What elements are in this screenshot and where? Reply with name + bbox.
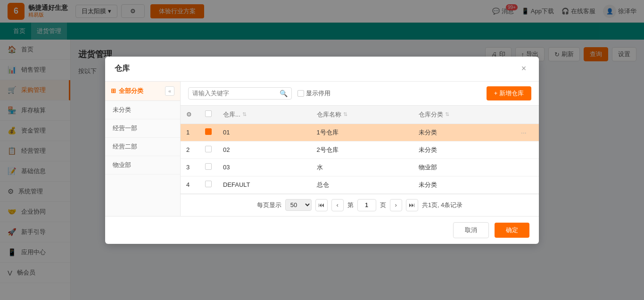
- page-number-input[interactable]: [357, 199, 376, 211]
- cell-code: 02: [217, 141, 311, 158]
- th-warehouse-category: 仓库分类 ⇅: [413, 106, 515, 124]
- sort-icon-category: ⇅: [445, 111, 449, 117]
- cell-checkbox[interactable]: [199, 124, 217, 141]
- dialog-toolbar: 🔍 显示停用 + 新增仓库: [181, 82, 539, 106]
- gear-col-icon: ⚙: [186, 111, 192, 118]
- pagination-area: 每页显示 50 20 100 ⏮ ‹ 第 页 › ⏭ 共1页, 4条记录: [181, 194, 539, 216]
- cell-index: 4: [181, 176, 199, 193]
- table-row[interactable]: 4 DEFAULT 总仓 未分类: [181, 176, 539, 193]
- cell-checkbox[interactable]: [199, 176, 217, 193]
- cell-category: 未分类: [413, 176, 515, 193]
- th-actions: [515, 106, 539, 124]
- dialog-header: 仓库 ×: [105, 57, 539, 82]
- last-page-button[interactable]: ⏭: [406, 199, 418, 211]
- cell-index: 2: [181, 141, 199, 158]
- cell-more[interactable]: ···: [515, 124, 539, 141]
- cell-name: 2号仓库: [311, 141, 413, 158]
- dialog-title: 仓库: [115, 64, 130, 74]
- confirm-button[interactable]: 确定: [495, 223, 529, 238]
- th-gear: ⚙: [181, 106, 199, 124]
- dialog-overlay: 仓库 × ⊞ 全部分类 « 未分类 经营一部: [0, 0, 644, 300]
- warehouse-dialog: 仓库 × ⊞ 全部分类 « 未分类 经营一部: [105, 57, 539, 244]
- th-warehouse-name: 仓库名称 ⇅: [311, 106, 413, 124]
- cell-name: 总仓: [311, 176, 413, 193]
- sort-icon-name: ⇅: [343, 111, 347, 117]
- cell-category: 物业部: [413, 158, 515, 176]
- table-row[interactable]: 3 03 水 物业部: [181, 158, 539, 176]
- cell-checkbox[interactable]: [199, 158, 217, 176]
- collapse-button[interactable]: «: [165, 86, 174, 96]
- dialog-footer: 取消 确定: [105, 216, 539, 244]
- th-checkbox: [199, 106, 217, 124]
- grid-icon: ⊞: [111, 87, 116, 94]
- cell-more[interactable]: [515, 176, 539, 193]
- dialog-close-button[interactable]: ×: [518, 63, 529, 75]
- show-disabled-checkbox[interactable]: [297, 90, 304, 97]
- search-box: 🔍: [188, 87, 292, 100]
- data-table: ⚙ 仓库... ⇅: [181, 106, 539, 194]
- cell-code: 01: [217, 124, 311, 141]
- cell-code: 03: [217, 158, 311, 176]
- page-size-label: 每页显示: [257, 201, 281, 209]
- search-input[interactable]: [192, 90, 277, 97]
- category-item-property[interactable]: 物业部: [105, 156, 180, 175]
- pagination-summary: 共1页, 4条记录: [422, 201, 463, 209]
- cell-checkbox[interactable]: [199, 141, 217, 158]
- cell-category: 未分类: [413, 141, 515, 158]
- select-all-checkbox[interactable]: [205, 110, 212, 117]
- category-header: ⊞ 全部分类 «: [105, 82, 180, 101]
- cell-more[interactable]: [515, 158, 539, 176]
- category-all-label[interactable]: ⊞ 全部分类: [111, 87, 143, 95]
- page-section-label: 第: [347, 201, 354, 209]
- category-item-dept2[interactable]: 经营二部: [105, 138, 180, 156]
- search-icon: 🔍: [280, 90, 288, 97]
- th-warehouse-code: 仓库... ⇅: [217, 106, 311, 124]
- sort-icon-code: ⇅: [242, 111, 247, 117]
- show-disabled-label[interactable]: 显示停用: [297, 89, 330, 98]
- first-page-button[interactable]: ⏮: [315, 199, 328, 211]
- table-row[interactable]: 2 02 2号仓库 未分类: [181, 141, 539, 158]
- page-label: 页: [380, 201, 386, 209]
- page-size-select[interactable]: 50 20 100: [285, 199, 312, 211]
- cell-index: 3: [181, 158, 199, 176]
- category-item-dept1[interactable]: 经营一部: [105, 119, 180, 138]
- cell-category: 未分类: [413, 124, 515, 141]
- category-item-unclassified[interactable]: 未分类: [105, 101, 180, 119]
- table-header-row: ⚙ 仓库... ⇅: [181, 106, 539, 124]
- add-warehouse-button[interactable]: + 新增仓库: [487, 86, 531, 100]
- cell-code: DEFAULT: [217, 176, 311, 193]
- cell-name: 水: [311, 158, 413, 176]
- cell-name: 1号仓库: [311, 124, 413, 141]
- cancel-button[interactable]: 取消: [453, 222, 489, 238]
- prev-page-button[interactable]: ‹: [331, 199, 344, 211]
- cell-more[interactable]: [515, 141, 539, 158]
- next-page-button[interactable]: ›: [390, 199, 402, 211]
- table-row[interactable]: 1 01 1号仓库 未分类 ···: [181, 124, 539, 141]
- dialog-body: ⊞ 全部分类 « 未分类 经营一部 经营二部 物业部: [105, 82, 539, 216]
- category-panel: ⊞ 全部分类 « 未分类 经营一部 经营二部 物业部: [105, 82, 181, 216]
- dialog-right: 🔍 显示停用 + 新增仓库 ⚙: [181, 82, 539, 216]
- cell-index: 1: [181, 124, 199, 141]
